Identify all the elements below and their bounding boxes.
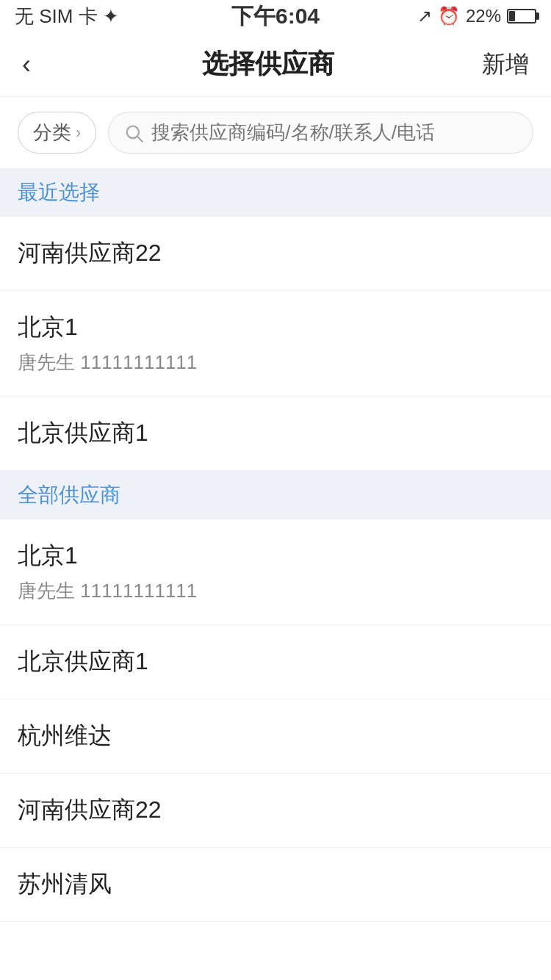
all-items-list: 北京1唐先生 11111111111北京供应商1杭州维达河南供应商22苏州清风: [0, 519, 551, 922]
recent-section-header: 最近选择: [0, 168, 551, 217]
back-button[interactable]: ‹: [22, 49, 66, 80]
add-button[interactable]: 新增: [470, 48, 529, 81]
item-name: 河南供应商22: [18, 237, 533, 270]
list-item[interactable]: 北京1唐先生 11111111111: [0, 291, 551, 397]
list-item[interactable]: 河南供应商22: [0, 217, 551, 291]
page-title: 选择供应商: [66, 46, 470, 82]
svg-line-1: [138, 137, 143, 141]
battery-text: 22%: [466, 6, 501, 26]
list-item[interactable]: 北京供应商1: [0, 625, 551, 699]
status-time: 下午6:04: [231, 1, 320, 32]
alarm-icon: ⏰: [438, 6, 460, 26]
category-label: 分类: [33, 120, 71, 145]
filter-bar: 分类 ›: [0, 97, 551, 168]
item-name: 北京1: [18, 540, 533, 572]
item-name: 河南供应商22: [18, 794, 533, 826]
item-name: 北京1: [18, 311, 533, 344]
item-name: 苏州清风: [18, 868, 533, 901]
chevron-right-icon: ›: [76, 123, 81, 143]
status-left: 无 SIM 卡 ✦: [15, 4, 119, 29]
search-box: [108, 112, 533, 154]
status-right: ↗ ⏰ 22%: [417, 6, 536, 26]
item-name: 北京供应商1: [18, 417, 533, 450]
search-input[interactable]: [151, 121, 518, 144]
item-name: 杭州维达: [18, 720, 533, 752]
nav-bar: ‹ 选择供应商 新增: [0, 32, 551, 97]
battery-icon: [507, 9, 536, 24]
list-item[interactable]: 北京1唐先生 11111111111: [0, 519, 551, 625]
list-item[interactable]: 苏州清风: [0, 848, 551, 922]
list-item[interactable]: 杭州维达: [0, 699, 551, 774]
location-icon: ↗: [417, 6, 432, 26]
list-item[interactable]: 河南供应商22: [0, 774, 551, 848]
all-section-header: 全部供应商: [0, 471, 551, 519]
sim-status: 无 SIM 卡 ✦: [15, 4, 119, 29]
search-icon: [123, 123, 144, 143]
status-bar: 无 SIM 卡 ✦ 下午6:04 ↗ ⏰ 22%: [0, 0, 551, 32]
item-name: 北京供应商1: [18, 646, 533, 678]
category-button[interactable]: 分类 ›: [18, 112, 96, 154]
recent-items-list: 河南供应商22北京1唐先生 11111111111北京供应商1: [0, 217, 551, 471]
item-sub: 唐先生 11111111111: [18, 578, 533, 604]
list-item[interactable]: 北京供应商1: [0, 397, 551, 471]
item-sub: 唐先生 11111111111: [18, 350, 533, 375]
